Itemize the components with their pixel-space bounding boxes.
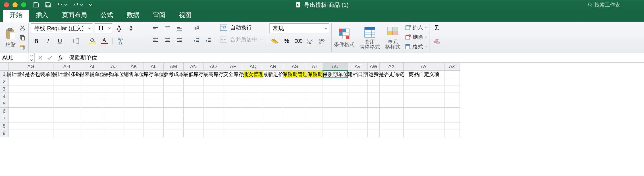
cell[interactable] <box>444 122 460 130</box>
shrink-font-button[interactable]: A <box>126 24 136 33</box>
cell[interactable]: 销售单位 <box>124 71 144 78</box>
cell[interactable] <box>184 130 203 137</box>
copy-button[interactable] <box>19 34 26 41</box>
cell[interactable] <box>53 115 80 122</box>
cell[interactable] <box>164 108 184 115</box>
underline-button[interactable]: U <box>55 36 65 46</box>
cell[interactable] <box>203 130 223 137</box>
align-middle-button[interactable] <box>162 23 173 32</box>
cell[interactable]: 建档日期 <box>348 71 368 78</box>
align-right-button[interactable] <box>174 36 184 45</box>
cell[interactable] <box>307 122 323 130</box>
cell[interactable] <box>323 122 348 130</box>
cell[interactable] <box>380 115 404 122</box>
autosave-icon[interactable] <box>33 2 39 8</box>
cell[interactable] <box>323 93 348 100</box>
cell[interactable] <box>348 93 368 100</box>
cell[interactable] <box>263 130 283 137</box>
cell[interactable] <box>404 122 444 130</box>
cell[interactable]: 保质期 <box>307 71 323 78</box>
cell[interactable] <box>203 85 223 93</box>
column-header[interactable]: AJ <box>104 63 124 71</box>
cell[interactable] <box>53 100 80 108</box>
cell[interactable] <box>104 93 124 100</box>
cell[interactable] <box>368 93 380 100</box>
format-cells-button[interactable]: 格式 <box>405 43 427 51</box>
cell[interactable] <box>203 100 223 108</box>
row-header[interactable]: 5 <box>0 100 9 108</box>
cell[interactable] <box>223 100 243 108</box>
tab-data[interactable]: 数据 <box>120 9 146 22</box>
cell[interactable] <box>53 130 80 137</box>
format-as-table-button[interactable]: 套用 表格格式 <box>360 26 380 50</box>
column-header[interactable]: AW <box>368 63 380 71</box>
cell[interactable] <box>203 108 223 115</box>
cell[interactable] <box>164 85 184 93</box>
select-all-corner[interactable] <box>0 63 9 71</box>
cell[interactable] <box>263 115 283 122</box>
cell[interactable] <box>404 130 444 137</box>
minimize-window[interactable] <box>13 2 18 7</box>
search-input[interactable] <box>595 2 640 8</box>
column-header[interactable]: AK <box>124 63 144 71</box>
decrease-indent-button[interactable] <box>191 36 201 45</box>
tab-review[interactable]: 审阅 <box>146 9 172 22</box>
cell[interactable] <box>380 122 404 130</box>
cell[interactable] <box>164 122 184 130</box>
cell[interactable] <box>444 71 460 78</box>
cell[interactable] <box>380 78 404 85</box>
column-header[interactable]: AR <box>263 63 283 71</box>
column-header[interactable]: AI <box>80 63 104 71</box>
cell[interactable] <box>283 78 307 85</box>
cell[interactable] <box>124 130 144 137</box>
cell[interactable]: 最低库存 <box>184 71 203 78</box>
cell[interactable] <box>263 100 283 108</box>
cell[interactable] <box>124 122 144 130</box>
cell[interactable] <box>80 122 104 130</box>
row-header[interactable]: 9 <box>0 130 9 137</box>
cell[interactable] <box>348 100 368 108</box>
tab-page-layout[interactable]: 页面布局 <box>55 9 94 22</box>
cell[interactable] <box>404 78 444 85</box>
align-center-button[interactable] <box>162 36 173 45</box>
cell[interactable] <box>323 78 348 85</box>
cell[interactable] <box>9 130 53 137</box>
delete-cells-button[interactable]: 删除 <box>405 33 427 41</box>
cell[interactable]: 最新进价 <box>263 71 283 78</box>
column-header[interactable]: AS <box>283 63 307 71</box>
cell[interactable] <box>444 78 460 85</box>
wrap-text-button[interactable]: 自动换行 <box>218 23 265 32</box>
column-header[interactable]: AL <box>144 63 164 71</box>
cell[interactable]: 保质期单位 <box>323 71 348 78</box>
merge-center-button[interactable]: 合并后居中 <box>218 35 265 44</box>
cell[interactable] <box>124 85 144 93</box>
cell[interactable] <box>223 130 243 137</box>
align-left-button[interactable] <box>150 36 161 45</box>
cell[interactable] <box>223 93 243 100</box>
font-name-select[interactable]: 等线 Regular (正文) <box>31 23 93 33</box>
column-header[interactable]: AG <box>9 63 53 71</box>
cell[interactable] <box>144 85 164 93</box>
cell[interactable] <box>9 78 53 85</box>
cell[interactable] <box>144 93 164 100</box>
fill-color-button[interactable] <box>87 36 97 46</box>
cell[interactable] <box>80 78 104 85</box>
cell[interactable]: 运费 <box>368 71 380 78</box>
cell[interactable] <box>184 108 203 115</box>
cell[interactable] <box>184 85 203 93</box>
save-icon[interactable] <box>45 2 51 8</box>
column-header[interactable]: AU <box>323 63 348 71</box>
cell[interactable] <box>368 115 380 122</box>
cell[interactable] <box>348 78 368 85</box>
cell[interactable] <box>348 108 368 115</box>
column-header[interactable]: AZ <box>444 63 460 71</box>
cell[interactable] <box>53 85 80 93</box>
cell[interactable] <box>307 100 323 108</box>
cell[interactable] <box>9 108 53 115</box>
cell[interactable] <box>368 85 380 93</box>
font-size-select[interactable]: 11 <box>95 23 112 33</box>
cell[interactable] <box>53 108 80 115</box>
cell[interactable] <box>243 122 263 130</box>
cell[interactable] <box>368 130 380 137</box>
cell[interactable]: 采购单位 <box>104 71 124 78</box>
